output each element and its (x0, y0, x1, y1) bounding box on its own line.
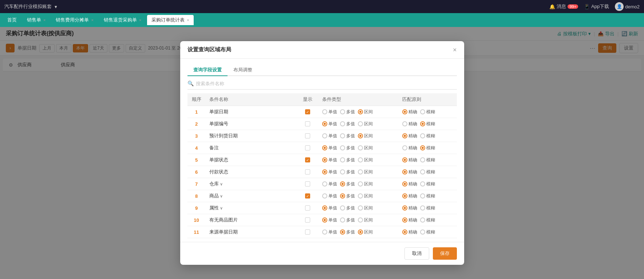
tab-sales-order-close[interactable]: × (43, 18, 46, 22)
match-radio-fuzzy-1[interactable]: 模糊 (420, 109, 435, 115)
cancel-button[interactable]: 取消 (404, 247, 429, 260)
type-radio-range-9[interactable]: 区间 (358, 205, 373, 211)
row-display-1[interactable]: ✓ (297, 106, 319, 118)
match-radio-fuzzy-3[interactable]: 模糊 (420, 133, 435, 139)
type-radio-range-1[interactable]: 区间 (358, 109, 373, 115)
tab-sales-return-close[interactable]: × (139, 18, 141, 22)
type-radio-multi-2[interactable]: 多值 (340, 121, 355, 127)
row-display-7[interactable] (297, 178, 319, 190)
type-radio-single-1[interactable]: 单值 (322, 109, 337, 115)
display-checkbox-5[interactable]: ✓ (305, 157, 310, 162)
type-radio-multi-4[interactable]: 多值 (340, 145, 355, 151)
display-checkbox-4[interactable] (305, 145, 310, 150)
match-radio-exact-3[interactable]: 精确 (402, 133, 417, 139)
expand-icon[interactable]: ∨ (220, 206, 223, 210)
match-radio-fuzzy-9[interactable]: 模糊 (420, 205, 435, 211)
tab-sales-return[interactable]: 销售退货采购单 × (99, 15, 146, 25)
type-radio-single-5[interactable]: 单值 (322, 157, 337, 163)
type-radio-single-2[interactable]: 单值 (322, 121, 337, 127)
row-display-4[interactable] (297, 142, 319, 154)
type-radio-single-3[interactable]: 单值 (322, 133, 337, 139)
row-display-9[interactable] (297, 202, 319, 214)
modal-close-button[interactable]: × (453, 47, 457, 53)
match-radio-exact-5[interactable]: 精确 (402, 157, 417, 163)
type-radio-range-4[interactable]: 区间 (358, 145, 373, 151)
match-radio-exact-4[interactable]: 精确 (402, 145, 417, 151)
type-radio-range-3[interactable]: 区间 (358, 133, 373, 139)
tab-home[interactable]: 首页 (3, 15, 21, 25)
type-radio-single-7[interactable]: 单值 (322, 181, 337, 187)
match-radio-exact-2[interactable]: 精确 (402, 121, 417, 127)
type-radio-single-4[interactable]: 单值 (322, 145, 337, 151)
row-display-11[interactable] (297, 226, 319, 238)
display-checkbox-1[interactable]: ✓ (305, 109, 310, 114)
type-radio-range-6[interactable]: 区间 (358, 169, 373, 175)
match-radio-exact-9[interactable]: 精确 (402, 205, 417, 211)
type-radio-range-8[interactable]: 区间 (358, 193, 373, 199)
display-checkbox-2[interactable] (305, 121, 310, 126)
tab-sales-expense[interactable]: 销售费用分摊单 × (51, 15, 98, 25)
tab-purchase-stats[interactable]: 采购订单统计表 × (147, 15, 193, 25)
row-display-5[interactable]: ✓ (297, 154, 319, 166)
match-radio-fuzzy-2[interactable]: 模糊 (420, 121, 435, 127)
match-radio-fuzzy-5[interactable]: 模糊 (420, 157, 435, 163)
type-radio-range-11[interactable]: 区间 (358, 229, 373, 235)
match-radio-fuzzy-6[interactable]: 模糊 (420, 169, 435, 175)
row-display-3[interactable] (297, 130, 319, 142)
tab-query-fields[interactable]: 查询字段设置 (187, 64, 228, 76)
type-radio-multi-1[interactable]: 多值 (340, 109, 355, 115)
type-radio-single-8[interactable]: 单值 (322, 193, 337, 199)
radio-label-single: 单值 (328, 121, 337, 127)
expand-icon[interactable]: ∨ (220, 182, 223, 186)
table-row: 5单据状态✓单值多值区间精确模糊 (187, 154, 457, 166)
type-radio-single-10[interactable]: 单值 (322, 217, 337, 223)
save-button[interactable]: 保存 (433, 247, 457, 260)
type-radio-single-6[interactable]: 单值 (322, 169, 337, 175)
row-display-2[interactable] (297, 118, 319, 130)
match-radio-exact-1[interactable]: 精确 (402, 109, 417, 115)
row-display-10[interactable] (297, 214, 319, 226)
type-radio-multi-7[interactable]: 多值 (340, 181, 355, 187)
display-checkbox-10[interactable] (305, 217, 310, 223)
tab-purchase-stats-close[interactable]: × (187, 18, 189, 22)
display-checkbox-6[interactable] (305, 169, 310, 174)
type-radio-range-5[interactable]: 区间 (358, 157, 373, 163)
tab-layout-adjust[interactable]: 布局调整 (228, 64, 258, 76)
type-radio-multi-3[interactable]: 多值 (340, 133, 355, 139)
type-radio-multi-11[interactable]: 多值 (340, 229, 355, 235)
type-radio-range-10[interactable]: 区间 (358, 217, 373, 223)
user-avatar[interactable]: 👤 demo2 (615, 2, 640, 11)
type-radio-single-11[interactable]: 单值 (322, 229, 337, 235)
match-radio-exact-8[interactable]: 精确 (402, 193, 417, 199)
type-radio-single-9[interactable]: 单值 (322, 205, 337, 211)
type-radio-multi-9[interactable]: 多值 (340, 205, 355, 211)
download-btn[interactable]: 📱 App下载 (584, 3, 609, 10)
search-input[interactable] (196, 81, 457, 86)
match-radio-fuzzy-11[interactable]: 模糊 (420, 229, 435, 235)
match-radio-exact-7[interactable]: 精确 (402, 181, 417, 187)
display-checkbox-9[interactable] (305, 205, 310, 211)
notification-btn[interactable]: 🔔 消息 99+ (549, 3, 578, 10)
type-radio-multi-8[interactable]: 多值 (340, 193, 355, 199)
match-radio-fuzzy-10[interactable]: 模糊 (420, 217, 435, 223)
match-radio-exact-6[interactable]: 精确 (402, 169, 417, 175)
match-radio-fuzzy-4[interactable]: 模糊 (420, 145, 435, 151)
type-radio-multi-10[interactable]: 多值 (340, 217, 355, 223)
display-checkbox-7[interactable] (305, 181, 310, 186)
match-radio-exact-11[interactable]: 精确 (402, 229, 417, 235)
type-radio-multi-5[interactable]: 多值 (340, 157, 355, 163)
display-checkbox-3[interactable] (305, 133, 310, 138)
match-radio-exact-10[interactable]: 精确 (402, 217, 417, 223)
tab-sales-order[interactable]: 销售单 × (23, 15, 50, 25)
type-radio-range-7[interactable]: 区间 (358, 181, 373, 187)
expand-icon[interactable]: ∨ (220, 194, 223, 198)
match-radio-fuzzy-8[interactable]: 模糊 (420, 193, 435, 199)
display-checkbox-11[interactable] (305, 229, 310, 235)
type-radio-multi-6[interactable]: 多值 (340, 169, 355, 175)
row-display-6[interactable] (297, 166, 319, 178)
match-radio-fuzzy-7[interactable]: 模糊 (420, 181, 435, 187)
display-checkbox-8[interactable]: ✓ (305, 193, 310, 199)
row-display-8[interactable]: ✓ (297, 190, 319, 202)
tab-sales-expense-close[interactable]: × (91, 18, 93, 22)
type-radio-range-2[interactable]: 区间 (358, 121, 373, 127)
